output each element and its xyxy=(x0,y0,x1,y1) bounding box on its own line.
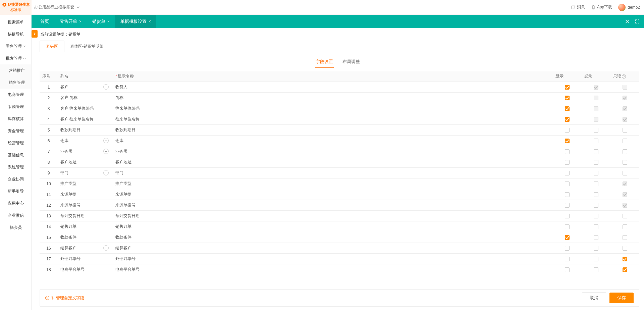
section-tab[interactable]: 表体区-销货单明细 xyxy=(64,41,110,52)
sidebar-item[interactable]: 畅会员 xyxy=(0,221,31,234)
sidebar-item[interactable]: 资金管理 xyxy=(0,125,31,137)
checkbox[interactable] xyxy=(565,117,570,122)
checkbox[interactable] xyxy=(565,246,570,251)
tab[interactable]: 单据模板设置× xyxy=(115,15,156,28)
sidebar-item[interactable]: 库存核算 xyxy=(0,113,31,125)
checkbox[interactable] xyxy=(594,139,598,143)
tab[interactable]: 首页 xyxy=(35,15,54,28)
close-all-tabs-button[interactable] xyxy=(623,17,632,26)
cell-display-name[interactable]: 简称 xyxy=(113,93,553,103)
checkbox[interactable] xyxy=(594,267,598,272)
checkbox[interactable] xyxy=(565,128,570,133)
expand-field-button[interactable]: + xyxy=(103,149,109,154)
checkbox[interactable] xyxy=(565,235,570,240)
cell-display-name[interactable]: 收款到期日 xyxy=(113,125,553,136)
checkbox[interactable] xyxy=(565,171,570,175)
cell-display-name[interactable]: 来源单据号 xyxy=(113,200,553,211)
save-button[interactable]: 保存 xyxy=(609,293,634,303)
checkbox[interactable] xyxy=(565,203,570,208)
checkbox[interactable] xyxy=(565,192,570,197)
avatar[interactable] xyxy=(618,4,626,11)
sidebar-item[interactable]: 系统管理 xyxy=(0,161,31,173)
checkbox[interactable] xyxy=(594,192,598,197)
sidebar-subitem[interactable]: 营销推广 xyxy=(0,64,31,76)
checkbox[interactable] xyxy=(623,224,627,229)
cell-display-name[interactable]: 往来单位编码 xyxy=(113,103,553,114)
checkbox[interactable] xyxy=(594,160,598,165)
collapse-panel-button[interactable] xyxy=(32,30,38,38)
sidebar-item[interactable]: 批发管理 xyxy=(0,52,31,64)
sidebar-item[interactable]: 采购管理 xyxy=(0,101,31,113)
sidebar-item[interactable]: 应用中心 xyxy=(0,197,31,209)
messages-button[interactable]: 消息 xyxy=(571,4,585,10)
checkbox[interactable] xyxy=(623,149,627,154)
sidebar-item[interactable]: 搜索菜单 xyxy=(0,16,31,28)
checkbox[interactable] xyxy=(565,149,570,154)
section-tab[interactable]: 表头区 xyxy=(40,41,64,52)
account-selector[interactable]: 办公用品行业模拟账套 xyxy=(34,4,80,10)
inner-tab[interactable]: 布局调整 xyxy=(342,57,361,68)
checkbox[interactable] xyxy=(623,128,627,133)
expand-field-button[interactable]: + xyxy=(103,138,109,143)
checkbox[interactable] xyxy=(594,182,598,186)
checkbox[interactable] xyxy=(565,267,570,272)
checkbox[interactable] xyxy=(623,257,627,261)
fullscreen-button[interactable] xyxy=(633,17,642,26)
sidebar-item[interactable]: 新手引导 xyxy=(0,185,31,197)
expand-field-button[interactable]: + xyxy=(103,170,109,175)
checkbox[interactable] xyxy=(565,182,570,186)
cell-display-name[interactable]: 往来单位名称 xyxy=(113,114,553,125)
help-icon[interactable]: ? xyxy=(622,74,626,79)
cell-display-name[interactable]: 业务员 xyxy=(113,146,553,157)
checkbox[interactable] xyxy=(623,139,627,143)
checkbox[interactable] xyxy=(623,160,627,165)
close-icon[interactable]: × xyxy=(149,19,151,24)
checkbox[interactable] xyxy=(594,246,598,251)
checkbox[interactable] xyxy=(623,171,627,175)
manage-custom-fields-link[interactable]: ? 管理自定义字段 xyxy=(45,295,84,301)
checkbox[interactable] xyxy=(594,235,598,240)
checkbox[interactable] xyxy=(565,224,570,229)
tab[interactable]: 销货单× xyxy=(87,15,115,28)
checkbox[interactable] xyxy=(565,96,570,100)
cell-display-name[interactable]: 结算客户 xyxy=(113,243,553,254)
close-icon[interactable]: × xyxy=(79,19,82,24)
cell-display-name[interactable]: 部门 xyxy=(113,168,553,178)
checkbox[interactable] xyxy=(565,139,570,143)
checkbox[interactable] xyxy=(623,267,627,272)
tab[interactable]: 零售开单× xyxy=(54,15,87,28)
cell-display-name[interactable]: 预计交货日期 xyxy=(113,211,553,221)
cell-display-name[interactable]: 推广类型 xyxy=(113,178,553,189)
app-download-button[interactable]: App下载 xyxy=(591,4,612,10)
checkbox[interactable] xyxy=(565,106,570,111)
sidebar-item[interactable]: 零售管理 xyxy=(0,40,31,52)
checkbox[interactable] xyxy=(594,203,598,208)
cancel-button[interactable]: 取消 xyxy=(582,293,606,303)
cell-display-name[interactable]: 外部订单号 xyxy=(113,254,553,264)
checkbox[interactable] xyxy=(623,214,627,218)
close-icon[interactable]: × xyxy=(107,19,110,24)
sidebar-subitem[interactable]: 销售管理 xyxy=(0,76,31,89)
checkbox[interactable] xyxy=(594,214,598,218)
sidebar-item[interactable]: 企业微信 xyxy=(0,209,31,221)
expand-field-button[interactable]: + xyxy=(103,245,109,251)
user-menu[interactable]: demo2 xyxy=(628,5,640,10)
checkbox[interactable] xyxy=(565,214,570,218)
checkbox[interactable] xyxy=(594,171,598,175)
checkbox[interactable] xyxy=(623,246,627,251)
cell-display-name[interactable]: 电商平台单号 xyxy=(113,264,553,275)
checkbox[interactable] xyxy=(594,257,598,261)
checkbox[interactable] xyxy=(565,85,570,90)
checkbox[interactable] xyxy=(565,160,570,165)
sidebar-item[interactable]: 电商管理 xyxy=(0,89,31,101)
cell-display-name[interactable]: 来源单据 xyxy=(113,189,553,200)
sidebar-item[interactable]: 快捷导航 xyxy=(0,28,31,40)
cell-display-name[interactable]: 销售订单 xyxy=(113,221,553,232)
checkbox[interactable] xyxy=(594,149,598,154)
cell-display-name[interactable]: 客户地址 xyxy=(113,157,553,168)
checkbox[interactable] xyxy=(565,257,570,261)
sidebar-item[interactable]: 经营管理 xyxy=(0,137,31,149)
expand-field-button[interactable]: + xyxy=(103,84,109,90)
checkbox[interactable] xyxy=(623,235,627,240)
checkbox[interactable] xyxy=(594,224,598,229)
